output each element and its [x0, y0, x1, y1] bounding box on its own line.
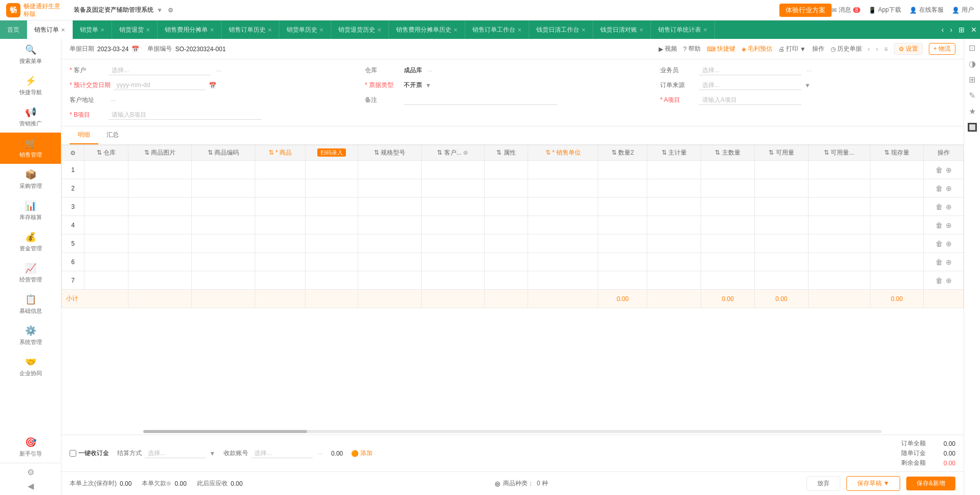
row-cell[interactable]: [647, 253, 701, 271]
row-cell[interactable]: [598, 234, 647, 253]
row-cell[interactable]: [598, 161, 647, 179]
row-cell[interactable]: [808, 216, 870, 234]
row-cell[interactable]: [870, 271, 924, 290]
row-cell[interactable]: [191, 271, 255, 290]
row-cell[interactable]: [358, 161, 422, 179]
delivery-date-input[interactable]: [114, 80, 206, 90]
delete-icon[interactable]: 🗑: [935, 276, 943, 285]
trial-button[interactable]: 体验行业方案: [779, 4, 832, 17]
tab-summary[interactable]: 汇总: [98, 126, 127, 144]
close-icon[interactable]: ✕: [210, 27, 214, 33]
row-cell[interactable]: [808, 271, 870, 290]
b-project-input[interactable]: [108, 110, 262, 120]
close-icon[interactable]: ✕: [146, 27, 150, 33]
right-panel-icon-5[interactable]: ★: [969, 106, 976, 116]
row-cell[interactable]: [484, 253, 528, 271]
row-cell[interactable]: [306, 216, 358, 234]
row-cell[interactable]: [755, 179, 809, 198]
row-cell[interactable]: [870, 234, 924, 253]
col-goods[interactable]: ⇅ * 商品: [255, 145, 306, 161]
row-cell[interactable]: [255, 161, 306, 179]
print-link[interactable]: 🖨 打印 ▼: [778, 45, 806, 53]
add-button[interactable]: 🟠 添加: [351, 449, 373, 458]
copy-icon[interactable]: ⊕: [946, 203, 952, 211]
row-cell[interactable]: [701, 216, 755, 234]
row-cell[interactable]: [528, 234, 598, 253]
tab-sales-invoice[interactable]: 销货单 ✕: [73, 20, 112, 39]
row-cell[interactable]: [421, 161, 484, 179]
user-button[interactable]: 👤 用户: [952, 6, 974, 14]
ellipsis-icon[interactable]: ···: [111, 97, 116, 104]
chevron-down-icon[interactable]: ▼: [804, 82, 811, 89]
row-cell[interactable]: [808, 234, 870, 253]
close-icon[interactable]: ✕: [377, 27, 381, 33]
sidebar-item-inventory[interactable]: 📊 库存核算: [0, 195, 61, 226]
ellipsis-icon[interactable]: ···: [318, 450, 323, 457]
order-source-input[interactable]: [699, 80, 801, 90]
row-cell[interactable]: [647, 179, 701, 198]
customer-input[interactable]: [108, 66, 211, 75]
sidebar-item-nav[interactable]: ⚡ 快捷导航: [0, 70, 61, 101]
row-cell[interactable]: [701, 271, 755, 290]
row-cell[interactable]: [306, 271, 358, 290]
row-cell[interactable]: [358, 234, 422, 253]
row-cell[interactable]: [84, 271, 128, 290]
sidebar-collapse-icon[interactable]: ◀: [28, 481, 34, 491]
delete-icon[interactable]: 🗑: [935, 184, 943, 192]
tab-sales-order[interactable]: 销售订单 ✕: [27, 20, 73, 39]
tab-sales-fee[interactable]: 销售费用分摊单 ✕: [158, 20, 222, 39]
col-qty2[interactable]: ⇅ 数量2: [598, 145, 647, 161]
row-cell[interactable]: [484, 216, 528, 234]
row-cell[interactable]: [647, 234, 701, 253]
row-cell[interactable]: [598, 271, 647, 290]
copy-icon[interactable]: ⊕: [946, 276, 952, 285]
row-cell[interactable]: [191, 253, 255, 271]
tab-next-arrow[interactable]: ›: [947, 26, 955, 34]
scroll-thumb[interactable]: [143, 430, 307, 433]
col-scan[interactable]: 扫码录入: [306, 145, 358, 161]
tab-close-all-icon[interactable]: ✕: [968, 26, 980, 34]
col-code[interactable]: ⇅ 商品编码: [191, 145, 255, 161]
row-cell[interactable]: [598, 198, 647, 216]
one-click-label[interactable]: 一键收订金: [70, 449, 109, 458]
col-settings[interactable]: ⚙: [62, 145, 84, 161]
delete-icon[interactable]: 🗑: [935, 203, 943, 211]
right-panel-icon-3[interactable]: ⊞: [969, 75, 975, 84]
col-main-qty[interactable]: ⇅ 主数量: [701, 145, 755, 161]
row-cell[interactable]: [598, 216, 647, 234]
row-cell[interactable]: [701, 234, 755, 253]
row-cell[interactable]: [870, 253, 924, 271]
col-main-unit[interactable]: ⇅ 主计量: [647, 145, 701, 161]
row-cell[interactable]: [870, 198, 924, 216]
chevron-down-icon[interactable]: ▼: [209, 450, 215, 457]
row-cell[interactable]: [128, 198, 192, 216]
sidebar-item-operations[interactable]: 📈 经营管理: [0, 257, 61, 289]
copy-icon[interactable]: ⊕: [946, 258, 952, 266]
col-attr[interactable]: ⇅ 属性: [484, 145, 528, 161]
tab-detail[interactable]: 明细: [70, 126, 98, 144]
sidebar-item-finance[interactable]: 💰 资金管理: [0, 226, 61, 257]
tab-order-workbench[interactable]: 销售订单工作台 ✕: [465, 20, 529, 39]
row-cell[interactable]: [255, 234, 306, 253]
gear-icon[interactable]: ⚙: [168, 7, 173, 14]
row-cell[interactable]: [358, 253, 422, 271]
next-record-icon[interactable]: ›: [876, 46, 878, 53]
row-cell[interactable]: [808, 179, 870, 198]
one-click-checkbox[interactable]: [70, 450, 76, 457]
copy-icon[interactable]: ⊕: [946, 166, 952, 174]
row-cell[interactable]: [528, 216, 598, 234]
sidebar-settings-icon[interactable]: ⚙: [27, 467, 34, 477]
sidebar-item-guide[interactable]: 🎯 新手引导: [0, 432, 61, 463]
row-cell[interactable]: [421, 253, 484, 271]
close-icon[interactable]: ✕: [703, 27, 707, 33]
row-cell[interactable]: [755, 234, 809, 253]
copy-icon[interactable]: ⊕: [946, 221, 952, 229]
row-cell[interactable]: [191, 234, 255, 253]
close-icon[interactable]: ✕: [61, 27, 65, 33]
row-cell[interactable]: [755, 271, 809, 290]
row-cell[interactable]: [484, 271, 528, 290]
row-cell[interactable]: [647, 198, 701, 216]
remark-input[interactable]: [404, 95, 557, 105]
row-cell[interactable]: [647, 271, 701, 290]
row-cell[interactable]: [528, 253, 598, 271]
